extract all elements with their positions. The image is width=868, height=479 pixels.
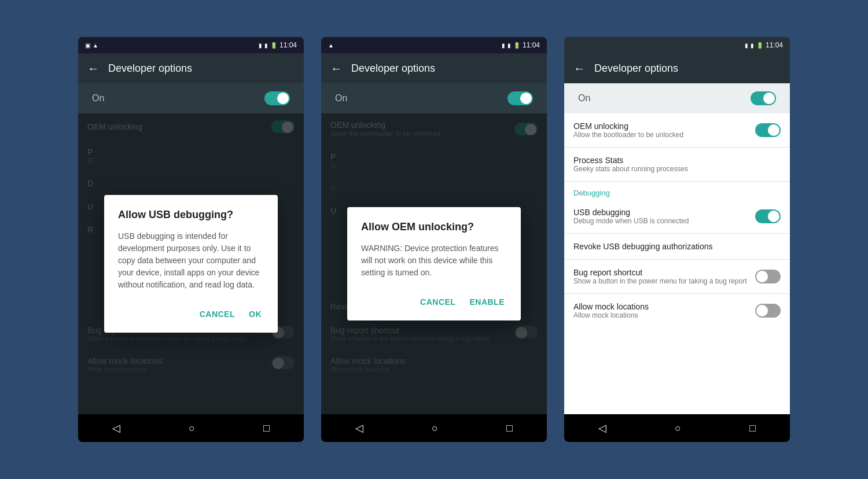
time-3: 11:04 xyxy=(766,41,783,49)
toggle-thumb-oem-3 xyxy=(768,124,779,136)
battery2-icon-2: 🔋 xyxy=(513,42,520,49)
status-icons-right-1: ▮ ▮ 🔋 11:04 xyxy=(259,41,297,49)
nav-back-3[interactable]: ◁ xyxy=(598,422,606,434)
status-bar-3: ▮ ▮ 🔋 11:04 xyxy=(564,37,790,53)
battery2-icon-1: 🔋 xyxy=(270,42,277,49)
nav-home-3[interactable]: ○ xyxy=(675,422,681,434)
nav-back-1[interactable]: ◁ xyxy=(112,422,120,434)
status-icons-left-1: ▣ ▲ xyxy=(85,42,98,49)
usb-title-3: USB debugging xyxy=(573,208,689,217)
dialog-body-1: USB debugging is intended for developmen… xyxy=(118,230,264,291)
toggle-mock-3[interactable] xyxy=(755,304,781,318)
setting-usb-3[interactable]: USB debugging Debug mode when USB is con… xyxy=(564,200,790,234)
setting-oem-3[interactable]: OEM unlocking Allow the bootloader to be… xyxy=(564,113,790,148)
dialog-body-2: WARNING: Device protection features will… xyxy=(361,242,507,279)
master-toggle-3[interactable] xyxy=(751,91,776,105)
time-2: 11:04 xyxy=(523,41,540,49)
dialog-actions-2: CANCEL ENABLE xyxy=(361,293,507,316)
time-1: 11:04 xyxy=(279,41,297,49)
back-button-3[interactable]: ← xyxy=(573,62,585,75)
toggle-thumb-usb-3 xyxy=(768,211,779,222)
wifi-icon-1: ▲ xyxy=(93,42,98,49)
phone-screen-2: ← Developer options On OEM unlocking All… xyxy=(321,53,547,442)
status-icons-right-3: ▮ ▮ 🔋 11:04 xyxy=(745,41,783,49)
on-label-2: On xyxy=(335,93,347,104)
nav-bar-2: ◁ ○ □ xyxy=(321,414,547,442)
dialog-overlay-2: Allow OEM unlocking? WARNING: Device pro… xyxy=(321,113,547,414)
mock-sub-3: Allow mock locations xyxy=(573,311,649,319)
dialog-title-2: Allow OEM unlocking? xyxy=(361,221,507,233)
toggle-thumb-3 xyxy=(763,93,775,104)
debugging-header-3: Debugging xyxy=(564,182,790,200)
nav-bar-3: ◁ ○ □ xyxy=(564,414,790,442)
usb-text-3: USB debugging Debug mode when USB is con… xyxy=(573,208,689,225)
on-label-1: On xyxy=(92,93,104,104)
on-row-3: On xyxy=(564,83,790,113)
dialog-actions-1: CANCEL OK xyxy=(118,305,264,328)
status-bar-1: ▣ ▲ ▮ ▮ 🔋 11:04 xyxy=(78,37,304,53)
nav-home-1[interactable]: ○ xyxy=(189,422,195,434)
signal-icon-2: ▮ xyxy=(507,42,511,49)
battery-icon-2: ▮ xyxy=(502,42,505,49)
setting-process-stats-3[interactable]: Process Stats Geeky stats about running … xyxy=(564,148,790,182)
dimmed-content-2: OEM unlocking Allow the bootloader to be… xyxy=(321,113,547,414)
battery-icon-3: ▮ xyxy=(745,42,748,49)
phone-screen-1: ← Developer options On OEM unlocking P xyxy=(78,53,304,442)
setting-revoke-3[interactable]: Revoke USB debugging authorizations xyxy=(564,234,790,260)
oem-unlock-dialog: Allow OEM unlocking? WARNING: Device pro… xyxy=(347,207,521,320)
on-label-3: On xyxy=(578,93,590,104)
toggle-thumb-2 xyxy=(520,93,532,104)
nav-recent-2[interactable]: □ xyxy=(506,422,513,434)
dialog-cancel-1[interactable]: CANCEL xyxy=(197,305,237,323)
bug-text-3: Bug report shortcut Show a button in the… xyxy=(573,268,747,285)
oem-sub-3: Allow the bootloader to be unlocked xyxy=(573,131,683,139)
back-button-2[interactable]: ← xyxy=(330,62,342,75)
master-toggle-2[interactable] xyxy=(507,91,533,105)
bug-title-3: Bug report shortcut xyxy=(573,268,747,277)
nav-home-2[interactable]: ○ xyxy=(432,422,438,434)
revoke-title-3: Revoke USB debugging authorizations xyxy=(573,242,781,251)
status-icons-left-2: ▲ xyxy=(328,42,334,49)
phone-2: ▲ ▮ ▮ 🔋 11:04 ← Developer options On xyxy=(321,37,547,442)
app-title-1: Developer options xyxy=(108,62,192,75)
on-row-2: On xyxy=(321,83,547,113)
toggle-thumb-bug-3 xyxy=(756,271,768,282)
toggle-usb-3[interactable] xyxy=(755,209,781,223)
notification-icon-1: ▣ xyxy=(85,42,90,49)
battery-icon-1: ▮ xyxy=(259,42,262,49)
app-title-2: Developer options xyxy=(351,62,435,75)
master-toggle-1[interactable] xyxy=(264,91,290,105)
toggle-bug-3[interactable] xyxy=(755,270,781,283)
nav-recent-3[interactable]: □ xyxy=(749,422,756,434)
phone-1: ▣ ▲ ▮ ▮ 🔋 11:04 ← Developer options On xyxy=(78,37,304,442)
bug-sub-3: Show a button in the power menu for taki… xyxy=(573,277,747,285)
on-row-1: On xyxy=(78,83,304,113)
dimmed-content-1: OEM unlocking P G D U R Allow USB debugg… xyxy=(78,113,304,414)
mock-title-3: Allow mock locations xyxy=(573,302,649,311)
nav-back-2[interactable]: ◁ xyxy=(355,422,363,434)
app-bar-1: ← Developer options xyxy=(78,53,304,83)
process-stats-sub-3: Geeky stats about running processes xyxy=(573,165,781,173)
app-bar-2: ← Developer options xyxy=(321,53,547,83)
back-button-1[interactable]: ← xyxy=(87,62,99,75)
dialog-overlay-1: Allow USB debugging? USB debugging is in… xyxy=(78,113,304,414)
process-stats-title-3: Process Stats xyxy=(573,156,781,165)
dialog-enable-2[interactable]: ENABLE xyxy=(467,293,507,311)
debugging-label-3: Debugging xyxy=(573,189,610,197)
phone-3: ▮ ▮ 🔋 11:04 ← Developer options On OEM u… xyxy=(564,37,790,442)
nav-bar-1: ◁ ○ □ xyxy=(78,414,304,442)
dialog-title-1: Allow USB debugging? xyxy=(118,209,264,221)
dialog-cancel-2[interactable]: CANCEL xyxy=(418,293,458,311)
status-bar-2: ▲ ▮ ▮ 🔋 11:04 xyxy=(321,37,547,53)
app-title-3: Developer options xyxy=(594,62,678,75)
toggle-oem-3[interactable] xyxy=(755,123,781,137)
oem-title-3: OEM unlocking xyxy=(573,121,683,131)
setting-mock-3[interactable]: Allow mock locations Allow mock location… xyxy=(564,294,790,327)
wifi-icon-2: ▲ xyxy=(328,42,334,49)
phone-screen-3: ← Developer options On OEM unlocking All… xyxy=(564,53,790,442)
signal-icon-3: ▮ xyxy=(751,42,754,49)
battery2-icon-3: 🔋 xyxy=(756,42,763,49)
dialog-ok-1[interactable]: OK xyxy=(247,305,264,323)
setting-bug-3[interactable]: Bug report shortcut Show a button in the… xyxy=(564,260,790,294)
nav-recent-1[interactable]: □ xyxy=(263,422,270,434)
